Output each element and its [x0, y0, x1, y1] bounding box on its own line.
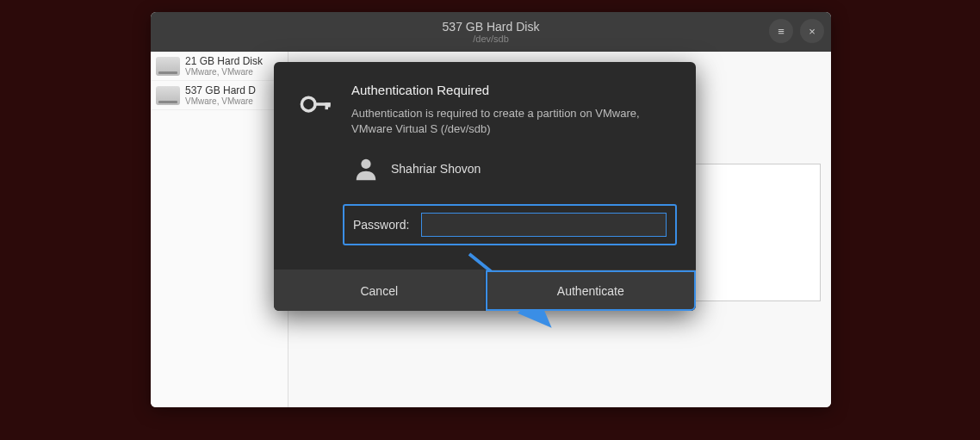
svg-rect-2	[326, 102, 329, 109]
disk-subtitle: VMware, VMware	[185, 67, 263, 77]
disk-icon	[156, 86, 180, 105]
password-input[interactable]	[421, 213, 667, 237]
dialog-description: Authentication is required to create a p…	[351, 106, 672, 137]
cancel-button[interactable]: Cancel	[274, 270, 486, 311]
authentication-dialog: Authentication Required Authentication i…	[274, 62, 696, 311]
dialog-body: Authentication Required Authentication i…	[274, 62, 696, 270]
disk-list-item[interactable]: 537 GB Hard D VMware, VMware	[151, 81, 288, 110]
password-label: Password:	[353, 218, 409, 232]
avatar-icon	[353, 156, 379, 182]
user-name: Shahriar Shovon	[391, 162, 481, 176]
key-icon	[298, 83, 334, 245]
hamburger-icon: ≡	[778, 25, 785, 38]
dialog-title: Authentication Required	[351, 83, 672, 97]
disk-list-item[interactable]: 21 GB Hard Disk VMware, VMware	[151, 52, 288, 81]
disk-text: 537 GB Hard D VMware, VMware	[185, 84, 256, 106]
svg-rect-3	[328, 102, 331, 107]
password-row: Password:	[343, 204, 677, 245]
window-title: 537 GB Hard Disk	[443, 20, 540, 34]
disk-icon	[156, 57, 180, 76]
svg-point-0	[301, 97, 315, 111]
disk-title: 21 GB Hard Disk	[185, 55, 263, 67]
menu-button[interactable]: ≡	[769, 19, 793, 43]
disk-title: 537 GB Hard D	[185, 84, 256, 96]
authenticate-button[interactable]: Authenticate	[486, 270, 697, 311]
user-row: Shahriar Shovon	[351, 156, 672, 182]
dialog-content: Authentication Required Authentication i…	[351, 83, 672, 245]
titlebar-actions: ≡ ×	[769, 19, 824, 43]
disk-text: 21 GB Hard Disk VMware, VMware	[185, 55, 263, 77]
dialog-button-bar: Cancel Authenticate	[274, 270, 696, 311]
disk-sidebar: 21 GB Hard Disk VMware, VMware 537 GB Ha…	[151, 52, 288, 407]
close-icon: ×	[809, 25, 816, 38]
svg-point-4	[361, 159, 370, 169]
close-button[interactable]: ×	[800, 19, 824, 43]
disk-subtitle: VMware, VMware	[185, 96, 256, 106]
window-subtitle: /dev/sdb	[473, 34, 509, 44]
titlebar: 537 GB Hard Disk /dev/sdb ≡ ×	[151, 12, 831, 52]
